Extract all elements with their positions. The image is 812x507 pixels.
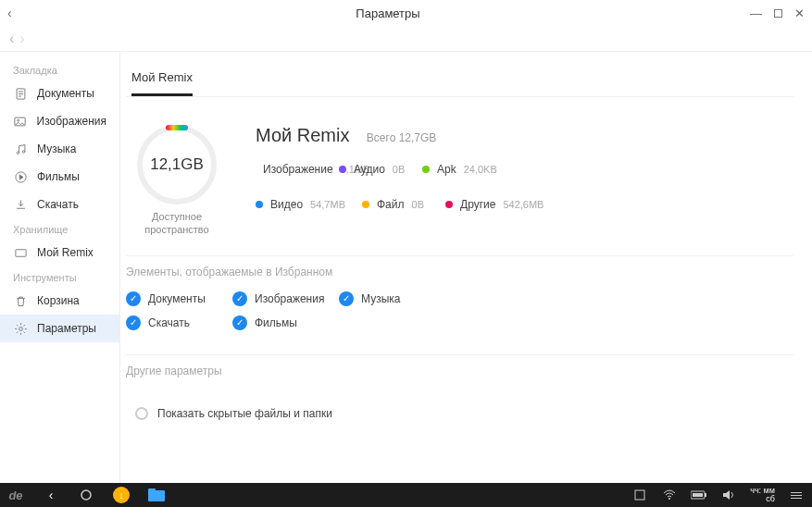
svg-point-3 — [18, 119, 19, 121]
cat-other: Другие542,6MB — [445, 198, 603, 211]
gauge-label: Доступное пространство — [126, 210, 228, 237]
sidebar-label: Музыка — [37, 142, 76, 155]
svg-point-8 — [19, 327, 22, 330]
music-icon — [13, 142, 28, 156]
gauge-value: 12,1GB — [150, 155, 204, 174]
document-icon — [13, 86, 28, 101]
tabs: Мой Remix — [126, 52, 793, 97]
check-icon: ✓ — [126, 315, 141, 330]
maximize-button[interactable] — [773, 6, 783, 20]
cat-audio: Аудио0B — [339, 163, 422, 176]
fav-images[interactable]: ✓Изображения — [232, 291, 339, 306]
cat-file: Файл0B — [362, 198, 445, 211]
storage-title: Мой Remix — [256, 125, 349, 146]
sidebar-label: Мой Remix — [37, 246, 94, 259]
sidebar-section-tools: Инструменты — [0, 266, 119, 287]
svg-rect-11 — [148, 488, 156, 492]
taskbar-logo-icon[interactable]: de — [7, 487, 24, 503]
nav-row: ‹ › — [0, 26, 812, 52]
taskbar-clock[interactable]: чч: мм сб — [750, 487, 775, 503]
check-icon: ✓ — [232, 315, 247, 330]
download-icon — [13, 197, 28, 212]
sidebar-item-images[interactable]: Изображения — [0, 107, 119, 135]
sidebar-label: Скачать — [37, 198, 79, 211]
storage-total: Всего 12,7GB — [367, 131, 437, 144]
svg-rect-16 — [693, 493, 703, 497]
cat-image: Изображение9,1MB — [256, 163, 339, 176]
dot-icon — [256, 201, 263, 208]
check-icon: ✓ — [126, 291, 141, 306]
radio-icon — [135, 407, 148, 420]
dot-icon — [339, 166, 346, 173]
svg-point-13 — [668, 498, 670, 500]
sidebar-section-storage: Хранилище — [0, 218, 119, 239]
sidebar-label: Документы — [37, 87, 94, 100]
storage-gauge: 12,1GB — [137, 125, 217, 204]
cat-apk: Apk24,0KB — [422, 163, 580, 176]
minimize-button[interactable]: — — [750, 6, 762, 20]
show-hidden-label: Показать скрытые файлы и папки — [157, 407, 332, 420]
device-icon — [13, 245, 28, 260]
trash-icon — [13, 293, 28, 308]
sidebar-item-trash[interactable]: Корзина — [0, 287, 119, 315]
taskbar-notify-icon[interactable] — [631, 487, 648, 503]
cat-video: Видео54,7MB — [256, 198, 362, 211]
svg-rect-7 — [15, 249, 25, 256]
fav-music[interactable]: ✓Музыка — [339, 291, 478, 306]
category-grid: Изображение9,1MB Аудио0B Apk24,0KB Видео… — [256, 163, 793, 233]
sidebar: Закладка Документы Изображения Музыка Фи… — [0, 52, 120, 483]
show-hidden-toggle[interactable]: Показать скрытые файлы и папки — [126, 390, 793, 420]
taskbar-app1-icon[interactable]: ↓ — [113, 487, 130, 503]
taskbar-wifi-icon[interactable] — [661, 487, 678, 503]
fav-movies[interactable]: ✓Фильмы — [232, 315, 371, 330]
sidebar-item-movies[interactable]: Фильмы — [0, 163, 119, 191]
dot-icon — [362, 201, 369, 208]
window-controls: — ✕ — [750, 6, 805, 20]
check-icon: ✓ — [339, 291, 354, 306]
svg-rect-15 — [705, 493, 706, 497]
dot-icon — [445, 201, 453, 208]
close-button[interactable]: ✕ — [794, 6, 805, 20]
fav-documents[interactable]: ✓Документы — [126, 291, 232, 306]
storage-panel: 12,1GB Доступное пространство Мой Remix … — [126, 97, 793, 255]
taskbar-sound-icon[interactable] — [720, 487, 737, 503]
movie-icon — [13, 169, 28, 184]
svg-point-5 — [22, 150, 25, 153]
fav-download[interactable]: ✓Скачать — [126, 315, 232, 330]
taskbar: de ‹ ↓ чч: мм сб — [0, 483, 812, 507]
svg-point-4 — [17, 152, 19, 155]
gauge-arc — [166, 125, 188, 130]
nav-back-icon[interactable]: ‹ — [9, 31, 14, 47]
titlebar: ‹ Параметры — ✕ — [0, 0, 812, 26]
titlebar-back-icon[interactable]: ‹ — [7, 6, 26, 20]
svg-rect-12 — [635, 490, 644, 500]
sidebar-label: Параметры — [37, 322, 96, 335]
check-icon: ✓ — [232, 291, 247, 306]
favorites-grid: ✓Документы ✓Изображения ✓Музыка ✓Скачать… — [126, 291, 793, 354]
nav-forward-icon[interactable]: › — [19, 31, 24, 47]
taskbar-back-icon[interactable]: ‹ — [43, 487, 59, 503]
dot-icon — [422, 166, 430, 173]
taskbar-menu-icon[interactable] — [788, 487, 805, 503]
sidebar-item-myremix[interactable]: Мой Remix — [0, 239, 119, 266]
sidebar-label: Изображения — [37, 115, 106, 128]
taskbar-folder-icon[interactable] — [148, 487, 165, 503]
sidebar-section-bookmark: Закладка — [0, 59, 119, 80]
favorites-header: Элементы, отображаемые в Избранном — [126, 255, 793, 291]
sidebar-item-documents[interactable]: Документы — [0, 80, 119, 107]
taskbar-battery-icon[interactable] — [691, 487, 707, 503]
sidebar-item-music[interactable]: Музыка — [0, 135, 119, 163]
tab-myremix[interactable]: Мой Remix — [131, 70, 193, 96]
window-title: Параметры — [26, 6, 750, 20]
main-content: Мой Remix 12,1GB Доступное пространство … — [120, 52, 812, 483]
svg-point-9 — [81, 490, 91, 500]
sidebar-item-settings[interactable]: Параметры — [0, 315, 119, 342]
sidebar-label: Фильмы — [37, 170, 80, 183]
image-icon — [13, 114, 28, 129]
svg-rect-0 — [775, 9, 782, 17]
gear-icon — [13, 321, 28, 336]
sidebar-item-download[interactable]: Скачать — [0, 191, 119, 218]
sidebar-label: Корзина — [37, 294, 80, 307]
other-header: Другие параметры — [126, 354, 793, 390]
taskbar-circle-icon[interactable] — [78, 487, 94, 503]
